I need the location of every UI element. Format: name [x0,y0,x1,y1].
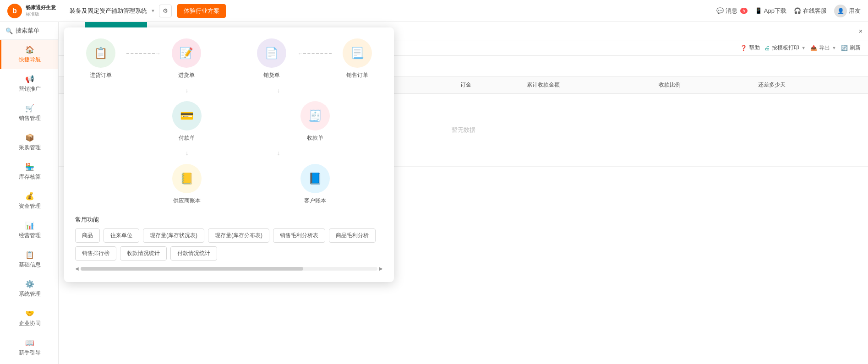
flow-node-sales-order[interactable]: 📃 销售订单 [332,38,383,79]
flow-node-sales-bill[interactable]: 📄 销货单 [246,38,297,79]
arrow-receipt-down: ↓ [251,149,306,157]
supplier-ledger-icon: 📒 [180,172,194,185]
arrow-payment-down: ↓ [159,149,214,157]
flow-arrows-down-row2: ↓ ↓ [75,149,383,157]
flow-node-supplier-ledger[interactable]: 📒 供应商账本 [159,164,214,205]
arrow-purchase-bill-down: ↓ [159,87,214,94]
payment-label: 付款单 [179,134,195,142]
func-btn-7[interactable]: 收款情况统计 [120,246,167,261]
supplier-ledger-label: 供应商账本 [173,197,201,205]
sales-bill-label: 销货单 [263,71,280,79]
func-btn-1[interactable]: 往来单位 [104,228,139,243]
func-btn-4[interactable]: 销售毛利分析表 [273,228,325,243]
flow-node-receipt[interactable]: 🧾 收款单 [288,101,343,142]
scrollbar-thumb [81,267,303,271]
quick-nav-popup: 📋 进货订单 → [64,27,394,282]
receipt-label: 收款单 [307,134,323,142]
func-btn-3[interactable]: 现存量(库存分布表) [208,228,269,243]
flow-node-customer-ledger[interactable]: 📘 客户账本 [288,164,343,205]
receipt-icon: 🧾 [308,109,322,122]
flow-row-1: 📋 进货订单 → [75,38,383,79]
arrow-sales-order-to-bill: ← [297,50,332,68]
flow-node-payment[interactable]: 💳 付款单 [159,101,214,142]
func-btn-8[interactable]: 付款情况统计 [170,246,217,261]
purchase-order-icon: 📋 [94,47,108,60]
purchase-bill-label: 进货单 [178,71,195,79]
sales-order-label: 销售订单 [346,71,368,79]
func-btn-6[interactable]: 销售排行榜 [75,246,116,261]
supplier-ledger-circle: 📒 [172,164,202,193]
receipt-circle: 🧾 [300,101,330,130]
scroll-right-arrow[interactable]: ▶ [379,266,383,271]
func-btn-0[interactable]: 商品 [75,228,100,243]
purchase-order-circle: 📋 [86,38,115,68]
scroll-left-arrow[interactable]: ◀ [75,266,79,271]
sales-order-icon: 📃 [350,47,364,60]
customer-ledger-circle: 📘 [300,164,330,193]
customer-ledger-label: 客户账本 [304,197,326,205]
sales-order-circle: 📃 [343,38,372,68]
flow-arrows-down-row: ↓ ↓ [75,87,383,94]
popup-scrollbar: ◀ ▶ [75,266,383,271]
purchase-order-label: 进货订单 [90,71,112,79]
popup-overlay: 📋 进货订单 → [59,22,868,364]
flow-row-2: 💳 付款单 🧾 收款单 [75,101,383,142]
sales-bill-icon: 📄 [265,47,278,60]
arrow-sales-bill-down: ↓ [251,87,306,94]
common-title: 常用功能 [75,216,383,224]
flow-node-purchase-bill[interactable]: 📝 进货单 [161,38,212,79]
arrow-purchase-order-to-bill: → [126,50,161,68]
func-btn-5[interactable]: 商品毛利分析 [329,228,376,243]
flow-row-3: 📒 供应商账本 📘 客户账本 [75,164,383,205]
function-buttons: 商品往来单位现存量(库存状况表)现存量(库存分布表)销售毛利分析表商品毛利分析销… [75,228,383,261]
flow-diagram: 📋 进货订单 → [75,38,383,205]
scrollbar-track[interactable] [81,267,377,271]
payment-circle: 💳 [172,101,202,130]
payment-icon: 💳 [180,109,194,122]
flow-node-purchase-order[interactable]: 📋 进货订单 [75,38,126,79]
purchase-bill-circle: 📝 [172,38,201,68]
common-functions-section: 常用功能 商品往来单位现存量(库存状况表)现存量(库存分布表)销售毛利分析表商品… [75,216,383,261]
purchase-bill-icon: 📝 [180,47,193,60]
func-btn-2[interactable]: 现存量(库存状况表) [143,228,204,243]
sales-bill-circle: 📄 [257,38,286,68]
customer-ledger-icon: 📘 [308,172,322,185]
